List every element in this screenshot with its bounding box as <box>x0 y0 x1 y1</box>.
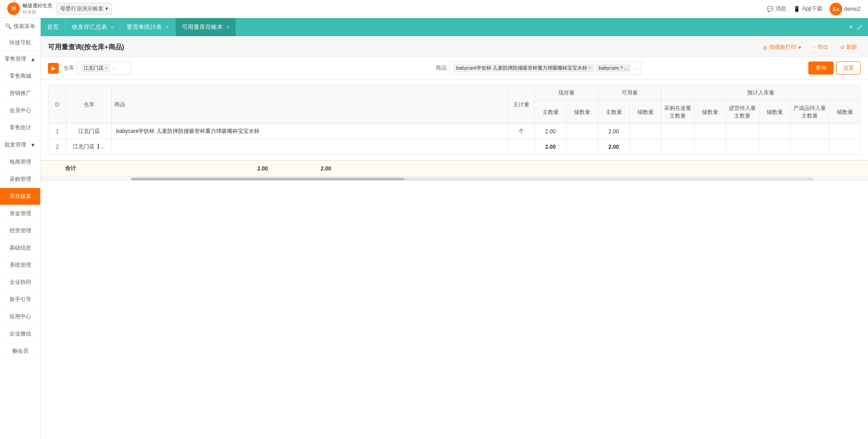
sidebar-item-app-center[interactable]: 应用中心 <box>0 308 40 326</box>
tab-close-order-stats[interactable]: × <box>165 24 168 30</box>
sidebar-search[interactable]: 🔍 搜索菜单 <box>0 18 40 35</box>
setting-button[interactable]: 设置 <box>836 61 861 75</box>
cell-product-1: babycare学饮杯 儿童防摔防撞吸管杯重力球吸嘴杯宝宝水杯 <box>112 124 508 139</box>
th-available-main: 主数量 <box>598 101 630 124</box>
page-header: 可用量查询(按仓库+商品) 🖨 按模板打印 ▾ ↑ 导出 ↺ <box>41 36 868 57</box>
warehouse-tag-close[interactable]: × <box>105 66 108 71</box>
sidebar-item-inventory[interactable]: 库存核算 <box>0 188 40 205</box>
th-purchase-pending-main: 进货待入量主数量 <box>726 101 759 124</box>
cell-current-main-1: 2.00 <box>535 124 566 139</box>
product-filter-label: 商品 <box>436 64 447 72</box>
th-production-pending-sub: 辅数量 <box>829 101 861 124</box>
sidebar-item-retail-stats[interactable]: 零售统计 <box>0 119 40 137</box>
product-more[interactable]: ··· <box>633 65 637 71</box>
sidebar-item-base-info[interactable]: 基础信息 <box>0 240 40 257</box>
sidebar-item-label: 零售商城 <box>9 72 31 80</box>
refresh-btn[interactable]: ↺ 刷新 <box>836 42 861 53</box>
sidebar-item-member[interactable]: 畅会员 <box>0 343 40 360</box>
sidebar-item-finance[interactable]: 资金管理 <box>0 205 40 222</box>
cell-available-main-1: 2.00 <box>598 124 630 139</box>
avatar-text: Ea <box>833 6 839 12</box>
cell-pt-sub-2 <box>694 139 726 155</box>
th-main-unit: 主计量 <box>508 85 535 124</box>
avatar: Ea <box>830 3 842 15</box>
sidebar-item-purchase-mgmt[interactable]: 采购管理 <box>0 171 40 188</box>
filter-product-group: 商品 babycare学饮杯 儿童防摔防撞吸管杯重力球吸嘴杯宝宝水杯 × bab… <box>436 61 804 75</box>
cell-available-sub-1 <box>630 124 661 139</box>
tab-order-stats[interactable]: 要货单统计表 × <box>120 18 175 36</box>
app-download-btn[interactable]: 📱 App下载 <box>793 5 822 13</box>
table-footer: 合计 2.00 2.00 <box>41 160 868 176</box>
tab-receive-pay[interactable]: 收发存汇总表 × <box>66 18 120 36</box>
tab-close-btn[interactable]: × <box>849 23 853 31</box>
sidebar-item-marketing[interactable]: 营销推广 <box>0 85 40 102</box>
message-btn[interactable]: 💬 消息 <box>767 5 786 13</box>
sidebar-item-retail-mgmt[interactable]: 零售管理 ▲ <box>0 51 40 68</box>
sidebar-item-label: 企业微信 <box>9 330 31 338</box>
cell-pp-main-1 <box>726 124 759 139</box>
sidebar-item-label: 营销推广 <box>9 90 31 97</box>
tab-home[interactable]: 首页 <box>41 18 66 36</box>
footer-current-main: 2.00 <box>247 165 278 172</box>
tab-available-inventory[interactable]: 可用量库存账本 × <box>175 18 236 36</box>
th-warehouse: 仓库 <box>66 85 112 124</box>
print-btn[interactable]: 🖨 按模板打印 ▾ <box>759 42 805 53</box>
product-filter-input[interactable]: babycare学饮杯 儿童防摔防撞吸管杯重力球吸嘴杯宝宝水杯 × babyca… <box>449 61 642 75</box>
table-container: ⚙ 仓库 商品 主计量 现存量 可用量 预计入库量 主数量 <box>41 80 868 160</box>
cell-available-main-2: 2.00 <box>598 139 630 155</box>
export-btn[interactable]: ↑ 导出 <box>809 42 832 53</box>
sidebar-item-new-guide[interactable]: 新手引导 <box>0 291 40 308</box>
product-tag-2: babycare？... <box>596 64 631 72</box>
sidebar-item-label: 畅会员 <box>12 347 28 355</box>
filter-buttons: 查询 设置 <box>808 61 861 75</box>
footer-label: 合计 <box>48 165 93 172</box>
sidebar-item-member-center[interactable]: 会员中心 <box>0 102 40 119</box>
cell-prod-main-2 <box>791 139 829 155</box>
sidebar-item-label: 基础信息 <box>9 244 31 252</box>
chevron-icon: ▼ <box>30 142 36 148</box>
cell-unit-1: 个 <box>508 124 535 139</box>
cell-pt-sub-1 <box>694 124 726 139</box>
sidebar-item-label: 新手引导 <box>9 296 31 303</box>
cell-current-sub-2 <box>566 139 598 155</box>
user-profile[interactable]: Ea demo2 <box>830 3 861 15</box>
cell-pt-main-2 <box>661 139 694 155</box>
message-icon: 💬 <box>767 6 774 12</box>
sidebar-item-label: 零售统计 <box>9 124 31 132</box>
cell-product-2 <box>112 139 508 155</box>
top-bar-right: 💬 消息 📱 App下载 Ea demo2 <box>767 3 861 15</box>
filter-toggle-btn[interactable]: ▶ <box>48 63 59 74</box>
sidebar-quick-nav[interactable]: 快捷导航 <box>0 35 40 51</box>
scroll-bar-track[interactable] <box>131 178 814 180</box>
sidebar-item-enterprise-wechat[interactable]: 企业微信 <box>0 326 40 343</box>
scroll-bar-thumb[interactable] <box>131 178 404 180</box>
cell-available-sub-2 <box>630 139 661 155</box>
sidebar-item-retail-shop[interactable]: 零售商城 <box>0 68 40 85</box>
tab-close-receive-pay[interactable]: × <box>111 24 113 30</box>
sidebar-item-sys-mgmt[interactable]: 系统管理 <box>0 257 40 274</box>
sidebar-item-ops-mgmt[interactable]: 经营管理 <box>0 222 40 240</box>
gear-icon[interactable]: ⚙ <box>54 101 60 108</box>
sidebar-item-enterprise[interactable]: 企业协同 <box>0 274 40 291</box>
warehouse-more[interactable]: ··· <box>112 65 117 71</box>
page-actions: 🖨 按模板打印 ▾ ↑ 导出 ↺ 刷新 <box>759 42 861 53</box>
sidebar-item-ecommerce[interactable]: 电商管理 <box>0 154 40 171</box>
sidebar-item-label: 采购管理 <box>9 175 31 183</box>
th-current-sub: 辅数量 <box>566 101 598 124</box>
cell-current-sub-1 <box>566 124 598 139</box>
sidebar-search-label: 搜索菜单 <box>14 23 35 29</box>
product-tag-1-close[interactable]: × <box>589 66 591 71</box>
chevron-down-icon: ▾ <box>798 44 801 51</box>
query-button[interactable]: 查询 <box>808 61 834 75</box>
cell-warehouse-2: 江北门店【... <box>66 139 112 155</box>
tab-close-available-inventory[interactable]: × <box>226 24 229 30</box>
warehouse-filter-input[interactable]: 江北门店 × ··· <box>77 61 131 75</box>
tab-expand-btn[interactable]: ⤢ <box>857 23 863 32</box>
sidebar-item-wholesale-mgmt[interactable]: 批发管理 ▼ <box>0 137 40 154</box>
tab-receive-pay-label: 收发存汇总表 <box>72 23 107 31</box>
app-download-label: App下载 <box>802 5 822 13</box>
main-layout: 🔍 搜索菜单 快捷导航 零售管理 ▲ 零售商城 营销推广 会员中心 零售统计 批… <box>0 18 868 439</box>
tenant-selector[interactable]: 母婴行业演示账套 ▾ <box>56 3 112 15</box>
th-purchase-pending-sub: 辅数量 <box>759 101 791 124</box>
product-tag-1: babycare学饮杯 儿童防摔防撞吸管杯重力球吸嘴杯宝宝水杯 × <box>453 64 594 72</box>
